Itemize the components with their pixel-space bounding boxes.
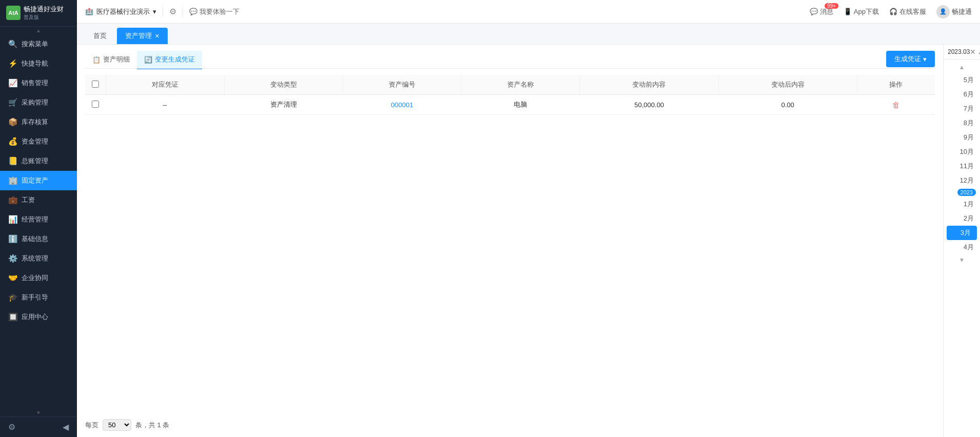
sidebar-item-guide[interactable]: 🎓 新手引导 <box>0 288 77 307</box>
calendar-close-icon[interactable]: ✕ <box>970 48 976 56</box>
sidebar-item-purchase[interactable]: 🛒 采购管理 <box>0 93 77 112</box>
per-page-label: 每页 <box>85 421 98 430</box>
sidebar-item-quick-nav[interactable]: ⚡ 快捷导航 <box>0 54 77 73</box>
avatar: 👤 <box>936 5 950 18</box>
system-icon: ⚙️ <box>8 254 17 263</box>
cell-asset-name: 电脑 <box>462 95 580 115</box>
feedback-link[interactable]: 💬 我要体验一下 <box>189 7 239 16</box>
tab-home[interactable]: 首页 <box>85 28 115 44</box>
sidebar-item-fixed-assets[interactable]: 🏢 固定资产 <box>0 171 77 190</box>
app-download-label: App下载 <box>854 7 879 16</box>
table-header-row: 对应凭证 变动类型 资产编号 资产名称 变动前内容 变动后内容 操作 <box>85 75 935 95</box>
service-icon: 🎧 <box>889 8 897 15</box>
main-area: 🏥 医疗器械行业演示 ▾ ⚙ 💬 我要体验一下 💬 消息 99+ 📱 App下载… <box>77 0 980 437</box>
header-divider-2 <box>183 7 183 17</box>
app-download-icon: 📱 <box>844 8 852 15</box>
calendar-month-5[interactable]: 5月 <box>944 73 980 87</box>
cell-voucher: -- <box>106 95 224 115</box>
header-divider-1 <box>163 7 163 17</box>
asset-detail-icon: 📋 <box>92 56 101 64</box>
cell-before-content: 50,000.00 <box>580 95 718 115</box>
company-dropdown-icon: ▾ <box>153 8 156 15</box>
calendar-scroll-down-btn[interactable]: ▼ <box>944 254 980 266</box>
calendar-month-8[interactable]: 8月 <box>944 116 980 130</box>
tab-asset-mgmt[interactable]: 资产管理 ✕ <box>117 28 168 44</box>
calendar-expand-icon[interactable]: ⤢ <box>978 48 980 56</box>
sidebar-item-app-center[interactable]: 🔲 应用中心 <box>0 307 77 327</box>
generate-voucher-button[interactable]: 生成凭证 ▾ <box>886 51 935 67</box>
calendar-year-label: 2023.03 <box>948 48 970 55</box>
calendar-month-2023-4[interactable]: 4月 <box>944 240 980 254</box>
sub-tab-asset-detail-label: 资产明细 <box>103 55 130 64</box>
pagination: 每页 20 50 100 条，共 1 条 <box>85 414 935 431</box>
app-download-btn[interactable]: 📱 App下载 <box>844 7 879 16</box>
change-voucher-icon: 🔄 <box>144 56 152 64</box>
sidebar-item-inventory[interactable]: 📦 库存核算 <box>0 112 77 132</box>
col-change-type: 变动类型 <box>224 75 343 95</box>
sidebar-item-operations[interactable]: 📊 经营管理 <box>0 210 77 229</box>
funds-icon: 💰 <box>8 137 17 146</box>
tab-home-label: 首页 <box>93 31 107 41</box>
wages-icon: 💼 <box>8 195 17 205</box>
row-checkbox-cell <box>85 95 106 115</box>
calendar-month-2023-1[interactable]: 1月 <box>944 197 980 211</box>
company-name: 医疗器械行业演示 <box>96 7 150 16</box>
sidebar-item-search[interactable]: 🔍 搜索菜单 <box>0 34 77 54</box>
settings-icon[interactable]: ⚙ <box>8 422 15 432</box>
per-page-select[interactable]: 20 50 100 <box>103 419 131 431</box>
calendar-scroll-up-btn[interactable]: ▲ <box>944 62 980 73</box>
sidebar-item-wages[interactable]: 💼 工资 <box>0 190 77 210</box>
company-icon: 🏥 <box>85 8 93 15</box>
operations-icon: 📊 <box>8 215 17 224</box>
sub-tab-asset-detail[interactable]: 📋 资产明细 <box>85 51 137 69</box>
calendar-month-12[interactable]: 12月 <box>944 173 980 188</box>
calendar-month-7[interactable]: 7月 <box>944 102 980 116</box>
row-checkbox[interactable] <box>92 101 99 108</box>
sidebar-item-ledger[interactable]: 📒 总账管理 <box>0 151 77 171</box>
calendar-month-2023-2[interactable]: 2月 <box>944 211 980 226</box>
company-selector[interactable]: 🏥 医疗器械行业演示 ▾ <box>85 7 156 16</box>
sidebar-item-funds[interactable]: 💰 资金管理 <box>0 132 77 151</box>
settings-gear-icon[interactable]: ⚙ <box>169 7 176 16</box>
calendar-scroll: ▲ 5月 6月 7月 8月 9月 10月 11月 12月 2023 1月 2月 … <box>944 59 980 437</box>
calendar-month-10[interactable]: 10月 <box>944 145 980 159</box>
delete-row-button[interactable]: 🗑 <box>892 101 900 109</box>
sidebar-scroll-up[interactable]: ▲ <box>0 27 77 34</box>
col-action: 操作 <box>857 75 935 95</box>
enterprise-icon: 🤝 <box>8 273 17 283</box>
col-asset-name: 资产名称 <box>462 75 580 95</box>
tab-close-icon[interactable]: ✕ <box>155 33 159 39</box>
total-label: 条，共 1 条 <box>135 421 169 430</box>
logo-text: 畅捷通好业财 <box>24 5 64 14</box>
generate-dropdown-icon: ▾ <box>923 55 927 63</box>
generate-label: 生成凭证 <box>894 54 921 64</box>
calendar-month-2023-3[interactable]: 3月 <box>947 226 977 240</box>
inventory-icon: 📦 <box>8 117 17 127</box>
sidebar-scroll-down[interactable]: ▼ <box>0 409 77 416</box>
calendar-month-11[interactable]: 11月 <box>944 159 980 173</box>
col-before-content: 变动前内容 <box>580 75 718 95</box>
sub-tab-change-voucher[interactable]: 🔄 变更生成凭证 <box>137 51 202 69</box>
guide-icon: 🎓 <box>8 293 17 302</box>
user-menu[interactable]: 👤 畅捷通 <box>936 5 972 18</box>
col-after-content: 变动后内容 <box>718 75 857 95</box>
cell-asset-no: 000001 <box>343 95 461 115</box>
cell-change-type: 资产清理 <box>224 95 343 115</box>
nav-tabs: 首页 资产管理 ✕ <box>77 24 980 45</box>
sidebar-item-sales[interactable]: 📈 销售管理 <box>0 73 77 93</box>
online-service-btn[interactable]: 🎧 在线客服 <box>889 7 926 16</box>
sidebar-item-enterprise[interactable]: 🤝 企业协同 <box>0 268 77 288</box>
quick-nav-icon: ⚡ <box>8 59 17 68</box>
top-header: 🏥 医疗器械行业演示 ▾ ⚙ 💬 我要体验一下 💬 消息 99+ 📱 App下载… <box>77 0 980 24</box>
calendar-month-6[interactable]: 6月 <box>944 87 980 102</box>
collapse-icon[interactable]: ◀ <box>63 422 69 432</box>
sidebar-item-basic-info[interactable]: ℹ️ 基础信息 <box>0 229 77 249</box>
notification-btn[interactable]: 💬 消息 99+ <box>810 7 833 16</box>
sidebar-item-system[interactable]: ⚙️ 系统管理 <box>0 249 77 268</box>
calendar-month-9[interactable]: 9月 <box>944 130 980 145</box>
select-all-checkbox[interactable] <box>92 81 99 88</box>
logo-icon: AtA <box>6 6 21 20</box>
select-all-header <box>85 75 106 95</box>
sales-icon: 📈 <box>8 78 17 88</box>
sidebar-nav: 🔍 搜索菜单 ⚡ 快捷导航 📈 销售管理 🛒 采购管理 📦 库存核算 💰 资金管… <box>0 34 77 409</box>
